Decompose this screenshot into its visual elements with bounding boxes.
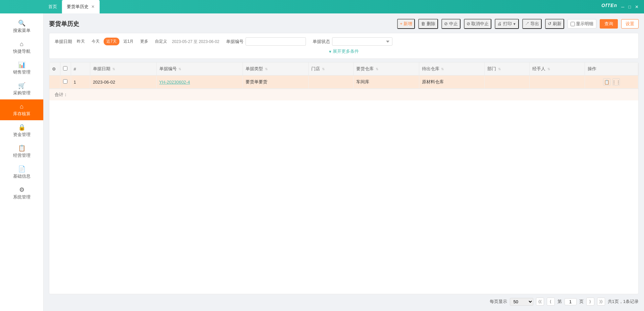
td-ops: 📋 ⋮⋮ — [585, 76, 638, 89]
data-table: ⚙ # 单据日期 ⇅ 单据编号 ⇅ — [49, 62, 638, 89]
window-close-icon[interactable]: ✕ — [635, 4, 639, 9]
home-icon: ⌂ — [20, 41, 23, 47]
gear-icon: ⚙ — [19, 187, 24, 193]
sidebar-item-sales[interactable]: 📊 销售管理 — [0, 58, 43, 79]
settings-button[interactable]: 设置 — [621, 19, 639, 29]
select-all-checkbox[interactable] — [63, 66, 67, 71]
th-req-warehouse: 要货仓库 ⇅ — [354, 62, 419, 76]
chevron-down-icon: ▾ — [329, 49, 331, 54]
td-settings — [49, 76, 60, 89]
page-label-before: 第 — [557, 299, 562, 305]
page-last-button[interactable]: ⟩⟩ — [597, 298, 605, 306]
delete-button[interactable]: 🗑 删除 — [418, 19, 438, 29]
tab-home[interactable]: 首页 — [44, 0, 62, 13]
td-handler — [530, 76, 585, 89]
doc-no-filter-group: 单据编号 — [226, 37, 306, 46]
date-btn-more[interactable]: 更多 — [138, 38, 151, 45]
sidebar-item-finance[interactable]: 🔒 资金管理 — [0, 120, 43, 141]
row-action-more[interactable]: ⋮⋮ — [612, 78, 620, 86]
total-info: 共1页，1条记录 — [608, 299, 639, 305]
query-label: 查询 — [604, 21, 613, 27]
tab-home-label: 首页 — [48, 4, 57, 10]
expand-filter-button[interactable]: ▾ 展开更多条件 — [329, 48, 359, 54]
date-btn-today[interactable]: 今天 — [89, 38, 102, 45]
print-label: 🖨 打印 — [497, 21, 512, 27]
page-size-select[interactable]: 50 10 20 100 — [510, 298, 533, 306]
td-checkbox — [60, 76, 71, 89]
stop-label: ⊘ 中止 — [444, 21, 458, 27]
top-bar: 首页 要货单历史 ✕ ─ □ ✕ OfTEn — [0, 0, 644, 13]
td-pending-warehouse: 原材料仓库 — [419, 76, 485, 89]
display-detail-checkbox[interactable] — [571, 22, 575, 26]
main-layout: 🔍 搜索菜单 ⌂ 快捷导航 📊 销售管理 🛒 采购管理 ⌂ 库存核算 🔒 资金管… — [0, 13, 644, 311]
page-prev-button[interactable]: ⟨ — [547, 298, 555, 306]
refresh-button[interactable]: ↺ 刷新 — [545, 19, 564, 29]
new-button[interactable]: + 新增 — [397, 19, 415, 29]
export-button[interactable]: ↗ 导出 — [522, 19, 542, 29]
page-next-button[interactable]: ⟩ — [586, 298, 594, 306]
query-button[interactable]: 查询 — [600, 19, 618, 29]
doc-no-input[interactable] — [246, 37, 306, 46]
sidebar-item-quick-nav[interactable]: ⌂ 快捷导航 — [0, 37, 43, 58]
sidebar-item-purchase[interactable]: 🛒 采购管理 — [0, 79, 43, 99]
sidebar-item-label: 快捷导航 — [13, 48, 31, 54]
sidebar-item-search-menu[interactable]: 🔍 搜索菜单 — [0, 16, 43, 37]
sort-icon-doc-type[interactable]: ⇅ — [265, 67, 268, 71]
sidebar-item-operation[interactable]: 📋 经营管理 — [0, 141, 43, 162]
th-no: # — [71, 62, 90, 76]
sort-icon-date[interactable]: ⇅ — [112, 67, 115, 71]
th-doc-type: 单据类型 ⇅ — [243, 62, 309, 76]
sidebar-item-label: 库存核算 — [13, 111, 31, 117]
date-btn-yesterday[interactable]: 昨天 — [74, 38, 88, 45]
status-label: 单据状态 — [313, 39, 330, 45]
page-label-after: 页 — [579, 299, 584, 305]
row-action-view[interactable]: 📋 — [603, 78, 610, 86]
window-max-icon[interactable]: □ — [628, 4, 631, 9]
th-handler: 经手人 ⇅ — [530, 62, 585, 76]
new-label: + 新增 — [400, 21, 412, 27]
date-range-display: 2023-05-27 至 2023-06-02 — [172, 39, 219, 45]
date-btn-1month[interactable]: 近1月 — [121, 38, 137, 45]
brand-logo: OfTEn — [601, 3, 617, 8]
sidebar-item-inventory[interactable]: ⌂ 库存核算 — [0, 99, 43, 120]
cancel-stop-label: ⊘ 取消中止 — [467, 21, 489, 27]
sort-icon-handler[interactable]: ⇅ — [547, 67, 550, 71]
tab-requisition-label: 要货单历史 — [67, 4, 89, 10]
th-ops: 操作 — [585, 62, 638, 76]
table-container: ⚙ # 单据日期 ⇅ 单据编号 ⇅ — [49, 62, 639, 294]
date-filter-label: 单据日期 — [55, 39, 72, 45]
table-settings-icon[interactable]: ⚙ — [52, 66, 56, 72]
td-date: 2023-06-02 — [90, 76, 156, 89]
stop-button[interactable]: ⊘ 中止 — [441, 19, 461, 29]
sort-icon-doc-no[interactable]: ⇅ — [178, 67, 181, 71]
page-first-button[interactable]: ⟨⟨ — [536, 298, 544, 306]
sort-icon-store[interactable]: ⇅ — [322, 67, 325, 71]
date-filter-group: 单据日期 昨天 今天 近7天 近1月 更多 自定义 2023-05-27 至 2… — [55, 38, 219, 45]
doc-no-link[interactable]: YH-20230602-4 — [159, 80, 190, 85]
display-detail-toggle[interactable]: 显示明细 — [568, 19, 596, 29]
sort-icon-dept[interactable]: ⇅ — [498, 67, 501, 71]
cancel-stop-button[interactable]: ⊘ 取消中止 — [464, 19, 492, 29]
row-checkbox[interactable] — [63, 79, 67, 84]
sort-icon-pending-wh[interactable]: ⇅ — [441, 67, 444, 71]
tab-requisition-history[interactable]: 要货单历史 ✕ — [62, 0, 100, 13]
status-select[interactable] — [332, 37, 392, 46]
th-settings[interactable]: ⚙ — [49, 62, 60, 76]
tab-close-icon[interactable]: ✕ — [91, 4, 95, 9]
sidebar-item-label: 资金管理 — [13, 132, 31, 138]
page-input[interactable] — [565, 298, 577, 305]
chart-icon: 📊 — [18, 62, 25, 68]
search-icon: 🔍 — [18, 20, 25, 26]
print-button[interactable]: 🖨 打印 ▼ — [495, 19, 519, 29]
sidebar-item-basic-info[interactable]: 📄 基础信息 — [0, 162, 43, 183]
sidebar-item-system[interactable]: ⚙ 系统管理 — [0, 183, 43, 204]
window-min-icon[interactable]: ─ — [621, 4, 624, 9]
date-btn-7days[interactable]: 近7天 — [104, 38, 119, 45]
filter-area: 单据日期 昨天 今天 近7天 近1月 更多 自定义 2023-05-27 至 2… — [49, 33, 639, 59]
page-size-label: 每页显示 — [490, 299, 507, 305]
print-chevron-icon: ▼ — [513, 22, 516, 26]
date-btn-custom[interactable]: 自定义 — [152, 38, 170, 45]
td-no: 1 — [71, 76, 90, 89]
sidebar-item-label: 采购管理 — [13, 90, 31, 96]
sort-icon-req-wh[interactable]: ⇅ — [376, 67, 378, 71]
